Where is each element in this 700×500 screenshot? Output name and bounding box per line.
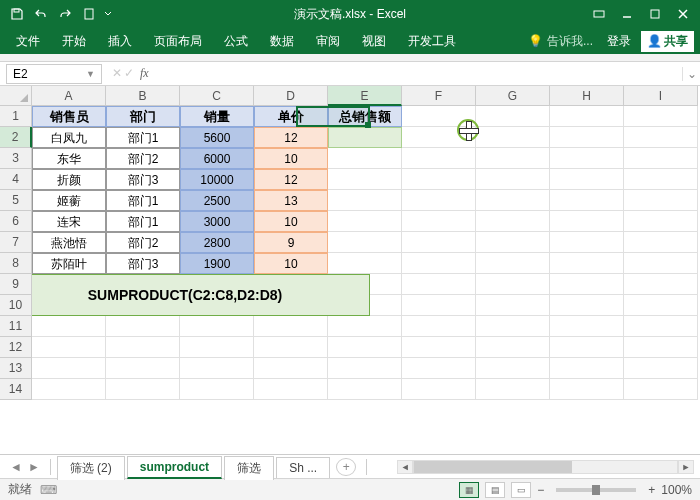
view-layout-icon[interactable]: ▤ (485, 482, 505, 498)
cell-C2[interactable]: 5600 (180, 127, 254, 148)
cell-F14[interactable] (402, 379, 476, 400)
cell-I6[interactable] (624, 211, 698, 232)
cell-D11[interactable] (254, 316, 328, 337)
cell-C12[interactable] (180, 337, 254, 358)
cell-H10[interactable] (550, 295, 624, 316)
tab-data[interactable]: 数据 (260, 29, 304, 54)
cell-H2[interactable] (550, 127, 624, 148)
cell-E1[interactable]: 总销售额 (328, 106, 402, 127)
scroll-left-icon[interactable]: ◄ (397, 460, 413, 474)
cell-A8[interactable]: 苏陌叶 (32, 253, 106, 274)
cell-H5[interactable] (550, 190, 624, 211)
worksheet[interactable]: ABCDEFGHI 1234567891011121314 销售员部门销量单价总… (0, 86, 700, 454)
cell-I13[interactable] (624, 358, 698, 379)
cell-H12[interactable] (550, 337, 624, 358)
cell-I4[interactable] (624, 169, 698, 190)
cell-H14[interactable] (550, 379, 624, 400)
cell-E6[interactable] (328, 211, 402, 232)
cell-B14[interactable] (106, 379, 180, 400)
cell-D4[interactable]: 12 (254, 169, 328, 190)
qat-dropdown-icon[interactable] (102, 3, 114, 25)
col-header-A[interactable]: A (32, 86, 106, 106)
row-header-4[interactable]: 4 (0, 169, 32, 190)
row-header-2[interactable]: 2 (0, 127, 32, 148)
zoom-level[interactable]: 100% (661, 483, 692, 497)
row-header-1[interactable]: 1 (0, 106, 32, 127)
tab-home[interactable]: 开始 (52, 29, 96, 54)
redo-icon[interactable] (54, 3, 76, 25)
cell-H1[interactable] (550, 106, 624, 127)
cell-A2[interactable]: 白凤九 (32, 127, 106, 148)
row-header-9[interactable]: 9 (0, 274, 32, 295)
row-header-13[interactable]: 13 (0, 358, 32, 379)
cell-B5[interactable]: 部门1 (106, 190, 180, 211)
cell-H8[interactable] (550, 253, 624, 274)
cell-A14[interactable] (32, 379, 106, 400)
cell-F6[interactable] (402, 211, 476, 232)
cell-D8[interactable]: 10 (254, 253, 328, 274)
cell-H13[interactable] (550, 358, 624, 379)
cell-F10[interactable] (402, 295, 476, 316)
zoom-out-icon[interactable]: − (537, 483, 544, 497)
cell-G7[interactable] (476, 232, 550, 253)
name-box[interactable]: E2▼ (6, 64, 102, 84)
ribbon-options-icon[interactable] (586, 3, 612, 25)
cell-H7[interactable] (550, 232, 624, 253)
cell-C11[interactable] (180, 316, 254, 337)
cell-B12[interactable] (106, 337, 180, 358)
cell-D7[interactable]: 9 (254, 232, 328, 253)
row-header-3[interactable]: 3 (0, 148, 32, 169)
tell-me[interactable]: 💡告诉我... (524, 31, 597, 52)
tab-layout[interactable]: 页面布局 (144, 29, 212, 54)
cell-F8[interactable] (402, 253, 476, 274)
cell-A6[interactable]: 连宋 (32, 211, 106, 232)
cell-C8[interactable]: 1900 (180, 253, 254, 274)
cell-G1[interactable] (476, 106, 550, 127)
col-header-D[interactable]: D (254, 86, 328, 106)
cell-I2[interactable] (624, 127, 698, 148)
confirm-formula-icon[interactable]: ✓ (124, 66, 134, 81)
view-normal-icon[interactable]: ▦ (459, 482, 479, 498)
cell-I14[interactable] (624, 379, 698, 400)
cell-I12[interactable] (624, 337, 698, 358)
cell-D2[interactable]: 12 (254, 127, 328, 148)
row-header-10[interactable]: 10 (0, 295, 32, 316)
cell-D12[interactable] (254, 337, 328, 358)
cell-F4[interactable] (402, 169, 476, 190)
cell-D13[interactable] (254, 358, 328, 379)
row-header-12[interactable]: 12 (0, 337, 32, 358)
cell-C5[interactable]: 2500 (180, 190, 254, 211)
sheet-tab-3[interactable]: 筛选 (224, 456, 274, 480)
cell-G4[interactable] (476, 169, 550, 190)
cell-A12[interactable] (32, 337, 106, 358)
cell-B2[interactable]: 部门1 (106, 127, 180, 148)
cell-B4[interactable]: 部门3 (106, 169, 180, 190)
select-all-corner[interactable] (0, 86, 32, 106)
cell-B1[interactable]: 部门 (106, 106, 180, 127)
cell-G2[interactable] (476, 127, 550, 148)
row-header-5[interactable]: 5 (0, 190, 32, 211)
col-header-H[interactable]: H (550, 86, 624, 106)
cell-H3[interactable] (550, 148, 624, 169)
cell-B13[interactable] (106, 358, 180, 379)
tab-formulas[interactable]: 公式 (214, 29, 258, 54)
cell-C4[interactable]: 10000 (180, 169, 254, 190)
fx-icon[interactable]: fx (140, 66, 149, 81)
cell-G3[interactable] (476, 148, 550, 169)
cell-A7[interactable]: 燕池悟 (32, 232, 106, 253)
cell-F13[interactable] (402, 358, 476, 379)
cell-F12[interactable] (402, 337, 476, 358)
row-header-11[interactable]: 11 (0, 316, 32, 337)
cell-B3[interactable]: 部门2 (106, 148, 180, 169)
tab-insert[interactable]: 插入 (98, 29, 142, 54)
add-sheet-icon[interactable]: + (336, 458, 356, 476)
cell-E12[interactable] (328, 337, 402, 358)
cell-G12[interactable] (476, 337, 550, 358)
cell-G10[interactable] (476, 295, 550, 316)
cell-B8[interactable]: 部门3 (106, 253, 180, 274)
cell-G6[interactable] (476, 211, 550, 232)
cell-H4[interactable] (550, 169, 624, 190)
cell-H6[interactable] (550, 211, 624, 232)
cell-E4[interactable] (328, 169, 402, 190)
cell-I7[interactable] (624, 232, 698, 253)
